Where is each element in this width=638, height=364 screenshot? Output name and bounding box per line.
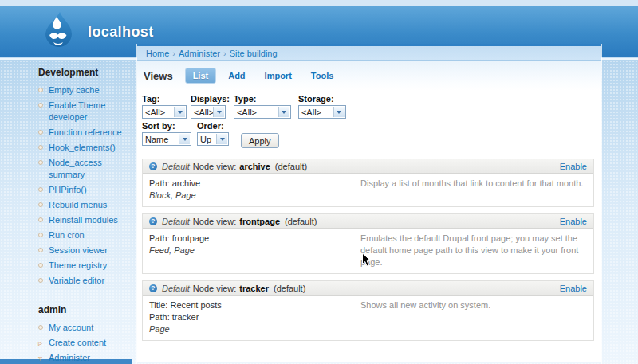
view-name: frontpage xyxy=(239,217,280,226)
view-row-header: ? Default Node view: archive (default) E… xyxy=(143,159,593,174)
sidebar-link[interactable]: PHPinfo() xyxy=(49,185,87,194)
view-path: Path: tracker xyxy=(149,311,360,323)
sidebar-link[interactable]: Empty cache xyxy=(49,85,100,95)
sidebar-link[interactable]: Session viewer xyxy=(49,245,108,255)
bullet-circle-icon xyxy=(38,233,43,237)
dropdown-arrow-icon[interactable] xyxy=(278,107,289,117)
view-type-label: Default xyxy=(162,217,190,226)
order-select[interactable]: Up xyxy=(197,132,229,146)
bullet-circle-icon xyxy=(38,278,43,283)
site-name: localhost xyxy=(88,24,154,41)
sidebar-item-variable-editor: Variable editor xyxy=(11,275,136,287)
view-path: Path: archive xyxy=(149,178,360,190)
views-header-bar: Views List Add Import Tools xyxy=(137,61,601,91)
filter-label: Order: xyxy=(197,121,229,131)
sidebar-link[interactable]: Variable editor xyxy=(49,276,104,285)
select-value: <All> xyxy=(237,108,257,117)
bullet-circle-icon xyxy=(38,202,43,207)
filter-label: Storage: xyxy=(298,94,346,104)
sidebar: Development Empty cache Enable Theme dev… xyxy=(11,67,136,364)
breadcrumb-separator: › xyxy=(172,49,175,58)
tab-tools[interactable]: Tools xyxy=(304,68,341,83)
sidebar-link[interactable]: Node_access summary xyxy=(49,158,102,179)
sidebar-item-rebuild-menus: Rebuild menus xyxy=(11,199,136,211)
filter-group-tag: Tag: <All> xyxy=(142,94,187,119)
sidebar-link[interactable]: Theme registry xyxy=(49,260,107,270)
sidebar-item-phpinfo: PHPinfo() xyxy=(11,184,136,196)
storage-select[interactable]: <All> xyxy=(298,105,346,119)
sidebar-link[interactable]: Enable Theme developer xyxy=(49,100,105,122)
sidebar-menu-development: Empty cache Enable Theme developer Funct… xyxy=(11,84,136,287)
bullet-circle-icon xyxy=(38,103,43,108)
enable-link[interactable]: Enable xyxy=(560,217,587,226)
tab-list[interactable]: List xyxy=(185,68,217,84)
help-icon[interactable]: ? xyxy=(149,162,157,170)
view-title: Title: Recent posts xyxy=(149,299,360,311)
apply-button[interactable]: Apply xyxy=(241,133,279,148)
panel-body: Views List Add Import Tools Tag: <All> D… xyxy=(137,61,601,362)
view-default-suffix: (default) xyxy=(285,217,317,226)
sidebar-link[interactable]: Hook_elements() xyxy=(49,143,116,152)
view-kind-label: Node view: xyxy=(193,217,236,226)
sidebar-link[interactable]: Reinstall modules xyxy=(49,215,118,225)
tab-import[interactable]: Import xyxy=(258,68,299,83)
dropdown-arrow-icon[interactable] xyxy=(179,134,190,144)
sidebar-item-run-cron: Run cron xyxy=(11,229,136,241)
view-type-label: Default xyxy=(162,284,190,293)
filter-label: Displays: xyxy=(191,94,230,104)
dropdown-arrow-icon[interactable] xyxy=(213,107,224,117)
displays-select[interactable]: <All> xyxy=(191,105,226,119)
dropdown-arrow-icon[interactable] xyxy=(216,134,227,144)
breadcrumb-link-home[interactable]: Home xyxy=(146,49,169,58)
bullet-circle-icon xyxy=(38,263,43,268)
collapsed-arrow-icon[interactable] xyxy=(38,337,42,349)
type-select[interactable]: <All> xyxy=(234,105,291,119)
enable-link[interactable]: Enable xyxy=(560,162,587,171)
view-description: Emulates the default Drupal front page; … xyxy=(360,233,587,268)
select-value: <All> xyxy=(301,108,321,117)
view-kind-label: Node view: xyxy=(193,284,236,293)
sidebar-item-node-access-summary: Node_access summary xyxy=(11,157,136,181)
dropdown-arrow-icon[interactable] xyxy=(174,107,185,117)
breadcrumb: Home›Administer›Site building xyxy=(137,46,601,61)
sidebar-item-empty-cache: Empty cache xyxy=(11,84,136,96)
sidebar-section-development: Development xyxy=(38,67,136,78)
sidebar-link[interactable]: My account xyxy=(49,323,93,332)
sidebar-item-administer: Administer xyxy=(11,352,136,364)
view-default-suffix: (default) xyxy=(275,162,307,171)
expanded-arrow-icon[interactable] xyxy=(38,352,42,364)
help-icon[interactable]: ? xyxy=(149,284,157,292)
sidebar-link[interactable]: Run cron xyxy=(49,230,85,240)
view-kind-label: Node view: xyxy=(193,162,236,171)
view-row-body: Path: archive Block, Page Display a list… xyxy=(143,174,593,206)
tab-add[interactable]: Add xyxy=(221,68,252,83)
view-displays: Block, Page xyxy=(149,190,360,202)
sidebar-item-function-reference: Function reference xyxy=(11,127,136,139)
select-value: Up xyxy=(200,135,211,144)
help-icon[interactable]: ? xyxy=(149,217,157,225)
sidebar-link[interactable]: Administer xyxy=(49,353,90,362)
filter-label: Type: xyxy=(234,94,291,104)
enable-link[interactable]: Enable xyxy=(560,284,587,293)
view-displays: Page xyxy=(149,323,360,335)
sort-by-select[interactable]: Name xyxy=(142,132,191,146)
select-value: Name xyxy=(145,135,168,144)
dropdown-arrow-icon[interactable] xyxy=(333,107,345,117)
view-row-archive: ? Default Node view: archive (default) E… xyxy=(142,159,594,207)
bullet-circle-icon xyxy=(38,187,43,192)
sidebar-link[interactable]: Function reference xyxy=(49,127,122,137)
sidebar-item-session-viewer: Session viewer xyxy=(11,245,136,256)
sidebar-link[interactable]: Create content xyxy=(49,338,106,347)
view-displays: Feed, Page xyxy=(149,245,360,256)
view-row-tracker: ? Default Node view: tracker (default) E… xyxy=(142,280,594,341)
filter-label: Tag: xyxy=(142,94,187,104)
breadcrumb-link-site-building[interactable]: Site building xyxy=(230,49,278,58)
sidebar-item-my-account: My account xyxy=(11,322,136,334)
breadcrumb-link-administer[interactable]: Administer xyxy=(179,49,220,58)
view-row-header: ? Default Node view: tracker (default) E… xyxy=(143,281,593,296)
filter-row-2: Sort by: Name Order: Up Apply xyxy=(142,121,601,148)
view-name: archive xyxy=(239,162,270,171)
tag-select[interactable]: <All> xyxy=(142,105,187,119)
sidebar-link[interactable]: Rebuild menus xyxy=(49,200,107,209)
bullet-circle-icon xyxy=(38,325,43,330)
